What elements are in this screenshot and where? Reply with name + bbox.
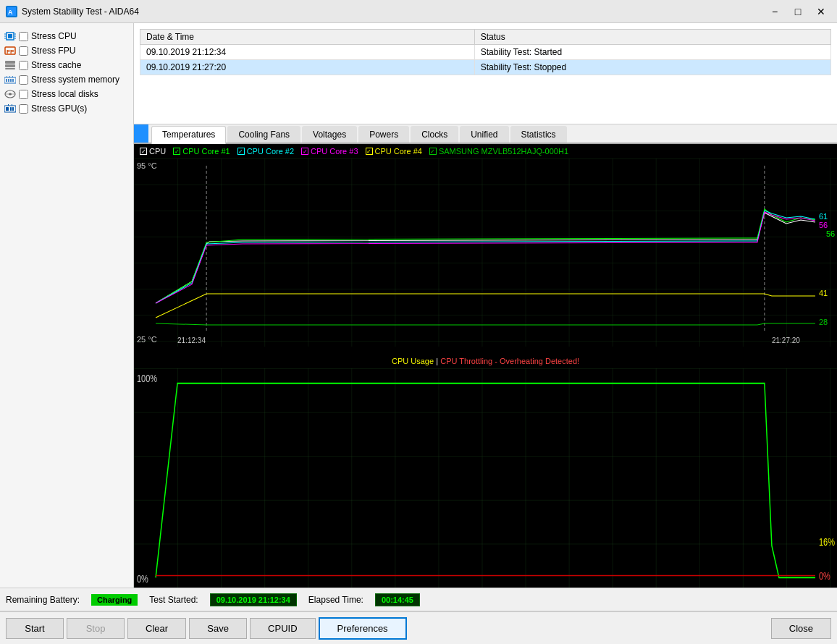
start-button[interactable]: Start: [6, 618, 64, 639]
cpuid-button[interactable]: CPUID: [250, 618, 315, 639]
stress-cache-label: Stress cache: [31, 60, 81, 70]
svg-rect-12: [5, 61, 15, 64]
cache-icon: [4, 59, 16, 71]
log-datetime-2: 09.10.2019 21:27:20: [140, 60, 475, 75]
stress-memory-item: Stress system memory: [4, 72, 129, 87]
svg-rect-19: [12, 79, 14, 82]
svg-rect-13: [5, 64, 15, 67]
legend-core3[interactable]: ✓ CPU Core #3: [301, 147, 358, 156]
log-status-1: Stability Test: Started: [474, 45, 830, 60]
window-title: System Stability Test - AIDA64: [22, 7, 139, 17]
usage-chart-svg: 100% 0% 16% 0%: [134, 368, 837, 588]
blue-strip: [134, 124, 148, 143]
svg-text:95 °C: 95 °C: [137, 161, 157, 170]
legend-samsung-check: ✓: [429, 148, 437, 155]
legend-cpu[interactable]: ✓ CPU: [140, 147, 166, 156]
tab-voltages[interactable]: Voltages: [302, 126, 357, 143]
bottom-bar: Start Stop Clear Save CPUID Preferences …: [0, 611, 837, 644]
svg-rect-27: [6, 107, 9, 111]
close-window-button[interactable]: ✕: [811, 4, 831, 20]
legend-samsung-label: SAMSUNG MZVLB512HAJQ-000H1: [439, 147, 568, 156]
legend-core2[interactable]: ✓ CPU Core #2: [237, 147, 294, 156]
svg-rect-14: [5, 68, 15, 69]
stress-gpus-label: Stress GPU(s): [31, 103, 87, 114]
log-row-2[interactable]: 09.10.2019 21:27:20 Stability Test: Stop…: [140, 60, 831, 75]
legend-core2-label: CPU Core #2: [247, 147, 294, 156]
legend-core1-label: CPU Core #1: [182, 147, 230, 156]
svg-text:56: 56: [826, 229, 835, 238]
svg-rect-28: [10, 107, 12, 111]
stress-memory-checkbox[interactable]: [19, 75, 28, 85]
svg-rect-22: [12, 76, 13, 77]
close-button[interactable]: Close: [771, 618, 831, 639]
tab-unified[interactable]: Unified: [460, 126, 508, 143]
stress-memory-label: Stress system memory: [31, 75, 119, 85]
svg-text:61: 61: [819, 212, 828, 221]
log-row-1[interactable]: 09.10.2019 21:12:34 Stability Test: Star…: [140, 45, 831, 60]
usage-title1: CPU Usage: [392, 357, 434, 365]
log-status-2: Stability Test: Stopped: [474, 60, 830, 75]
svg-text:0%: 0%: [819, 569, 830, 582]
svg-rect-20: [7, 76, 7, 77]
legend-core4-label: CPU Core #4: [375, 147, 422, 156]
save-button[interactable]: Save: [189, 618, 247, 639]
tab-powers[interactable]: Powers: [358, 126, 409, 143]
right-panel: Date & Time Status 09.10.2019 21:12:34 S…: [134, 23, 837, 588]
svg-text:21:12:34: 21:12:34: [177, 336, 206, 344]
temp-chart-svg: 95 °C 25 °C 21:12:34 21:27:20: [134, 158, 837, 347]
stress-cache-item: Stress cache: [4, 58, 129, 72]
legend-core1[interactable]: ✓ CPU Core #1: [173, 147, 230, 156]
tab-temperatures[interactable]: Temperatures: [151, 126, 226, 144]
stress-cache-checkbox[interactable]: [19, 61, 28, 70]
svg-text:16%: 16%: [819, 535, 835, 548]
svg-rect-31: [12, 104, 12, 106]
battery-label: Remaining Battery:: [6, 595, 80, 605]
stress-disks-item: Stress local disks: [4, 87, 129, 101]
svg-text:25 °C: 25 °C: [137, 335, 157, 344]
tab-strip: Temperatures Cooling Fans Voltages Power…: [148, 124, 837, 143]
tab-clocks[interactable]: Clocks: [411, 126, 458, 143]
stress-gpus-checkbox[interactable]: [19, 104, 28, 114]
maximize-button[interactable]: □: [788, 4, 808, 20]
legend-samsung[interactable]: ✓ SAMSUNG MZVLB512HAJQ-000H1: [429, 147, 568, 156]
stress-cpu-label: Stress CPU: [31, 31, 77, 41]
log-table: Date & Time Status 09.10.2019 21:12:34 S…: [140, 29, 831, 75]
temp-chart-wrapper: ✓ CPU ✓ CPU Core #1 ✓ CPU Core #2 ✓: [134, 144, 837, 354]
usage-chart-title: CPU Usage | CPU Throttling - Overheating…: [134, 354, 837, 368]
stress-disks-checkbox[interactable]: [19, 90, 28, 99]
gpus-icon: [4, 103, 16, 114]
legend-core4[interactable]: ✓ CPU Core #4: [366, 147, 422, 156]
legend-cpu-check: ✓: [140, 148, 147, 155]
svg-rect-33: [134, 158, 837, 347]
title-bar-controls: − □ ✕: [765, 4, 831, 20]
svg-rect-29: [12, 107, 14, 111]
svg-text:21:27:20: 21:27:20: [772, 336, 800, 344]
legend-core3-label: CPU Core #3: [311, 147, 358, 156]
tab-cooling-fans[interactable]: Cooling Fans: [227, 126, 300, 143]
minimize-button[interactable]: −: [765, 4, 785, 20]
stress-fpu-item: FP Stress FPU: [4, 43, 129, 58]
stop-button[interactable]: Stop: [67, 618, 125, 639]
preferences-button[interactable]: Preferences: [319, 617, 407, 640]
test-started-value: 09.10.2019 21:12:34: [210, 593, 297, 606]
elapsed-value: 00:14:45: [375, 593, 420, 606]
stress-gpus-item: Stress GPU(s): [4, 101, 129, 116]
svg-rect-18: [10, 79, 12, 82]
legend-core1-check: ✓: [173, 148, 180, 155]
clear-button[interactable]: Clear: [127, 618, 186, 639]
svg-rect-3: [8, 34, 12, 38]
svg-rect-16: [6, 79, 7, 82]
title-bar: A System Stability Test - AIDA64 − □ ✕: [0, 0, 837, 23]
svg-text:0%: 0%: [137, 572, 148, 585]
svg-text:41: 41: [819, 289, 828, 297]
title-bar-left: A System Stability Test - AIDA64: [6, 6, 139, 17]
svg-rect-21: [9, 76, 10, 77]
test-started-label: Test Started:: [149, 595, 198, 605]
tab-statistics[interactable]: Statistics: [510, 126, 567, 143]
battery-value: Charging: [91, 594, 138, 606]
stress-fpu-checkbox[interactable]: [19, 46, 28, 56]
stress-fpu-label: Stress FPU: [31, 46, 75, 56]
svg-rect-46: [134, 368, 837, 588]
stress-cpu-checkbox[interactable]: [19, 32, 28, 41]
legend-cpu-label: CPU: [149, 147, 166, 156]
